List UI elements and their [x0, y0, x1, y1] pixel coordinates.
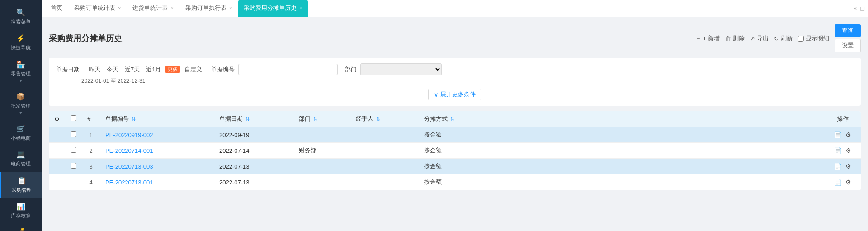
- tab-purchase-order-exec[interactable]: 采购订单执行表 ×: [180, 0, 237, 17]
- expand-btn[interactable]: ∨ 展开更多条件: [428, 89, 481, 100]
- delete-button[interactable]: 🗑 删除: [725, 34, 745, 42]
- sort-dept-icon: ⇅: [313, 116, 317, 122]
- tab-purchase-goods-stats[interactable]: 进货单统计表 ×: [127, 0, 179, 17]
- sidebar-item-shortcut[interactable]: ⚡ 快捷导航: [0, 29, 42, 55]
- row-settings: [49, 159, 65, 174]
- row-checkbox[interactable]: [71, 147, 76, 153]
- show-detail-checkbox[interactable]: [798, 36, 804, 42]
- th-handler[interactable]: 经手人 ⇅: [350, 111, 419, 127]
- edit-icon[interactable]: 📄: [834, 179, 842, 186]
- more-ops-icon[interactable]: ⚙: [845, 179, 851, 186]
- row-checkbox-cell[interactable]: [65, 174, 82, 190]
- tab-purchase-order-stats-label: 采购订单统计表: [74, 4, 115, 12]
- tab-purchase-order-stats[interactable]: 采购订单统计表 ×: [69, 0, 126, 17]
- row-checkbox[interactable]: [71, 163, 76, 169]
- sidebar-item-purchase[interactable]: 📋 采购管理: [0, 172, 42, 198]
- more-ops-icon[interactable]: ⚙: [845, 131, 851, 138]
- date-opt-7days[interactable]: 近7天: [123, 65, 142, 74]
- add-button[interactable]: ＋ + 新增: [695, 34, 720, 42]
- row-handler: [350, 159, 419, 174]
- sidebar-item-retail[interactable]: 🏪 零售管理 ▼: [0, 56, 42, 88]
- row-split-method: 按金额: [419, 127, 825, 143]
- row-ops: 📄 ⚙: [825, 159, 861, 174]
- bill-no-link[interactable]: PE-20220714-001: [105, 147, 153, 154]
- close-window-icon[interactable]: ×: [853, 5, 857, 12]
- row-handler: [350, 174, 419, 190]
- row-ops: 📄 ⚙: [825, 127, 861, 143]
- sidebar-item-ecommerce[interactable]: 💻 电商管理: [0, 146, 42, 171]
- edit-icon[interactable]: 📄: [834, 147, 842, 154]
- th-bill-no[interactable]: 单据编号 ⇅: [100, 111, 214, 127]
- export-button[interactable]: ↗ 导出: [750, 34, 769, 42]
- table-wrap: ⚙ # 单据编号 ⇅ 单据日期 ⇅ 部门 ⇅: [49, 111, 861, 190]
- sidebar-item-inventory[interactable]: 📊 库存核算: [0, 198, 42, 223]
- finance-icon: 💰: [16, 228, 25, 231]
- edit-icon[interactable]: 📄: [834, 163, 842, 170]
- sidebar-item-label: 小畅电商: [11, 135, 31, 141]
- date-label: 单据日期: [56, 66, 80, 74]
- sort-bill-no-icon: ⇅: [132, 116, 136, 122]
- sidebar-item-search[interactable]: 🔍 搜索菜单: [0, 4, 42, 29]
- settings-button[interactable]: 设置: [835, 39, 861, 52]
- tab-purchase-order-stats-close[interactable]: ×: [118, 5, 121, 11]
- row-bill-no[interactable]: PE-20220713-001: [100, 174, 214, 190]
- row-bill-no[interactable]: PE-20220919-002: [100, 127, 214, 143]
- row-checkbox[interactable]: [71, 131, 76, 137]
- select-all-checkbox[interactable]: [71, 115, 76, 121]
- tab-purchase-order-exec-close[interactable]: ×: [229, 5, 232, 11]
- sidebar-item-wholesale[interactable]: 📦 批发管理 ▼: [0, 88, 42, 120]
- row-dept: [293, 159, 350, 174]
- dept-label: 部门: [345, 66, 357, 74]
- row-split-method: 按金额: [419, 174, 825, 190]
- export-icon: ↗: [750, 35, 755, 42]
- row-checkbox-cell[interactable]: [65, 159, 82, 174]
- table-row: 2 PE-20220714-001 2022-07-14 财务部 按金额 📄 ⚙: [49, 143, 861, 159]
- page-header: 采购费用分摊单历史 ＋ + 新增 🗑 删除 ↗ 导出 ↻ 刷新: [49, 24, 861, 52]
- tab-home[interactable]: 首页: [45, 0, 68, 17]
- tab-purchase-goods-stats-close[interactable]: ×: [170, 5, 173, 11]
- th-settings[interactable]: ⚙: [49, 111, 65, 127]
- show-detail-button[interactable]: 显示明细: [798, 34, 829, 42]
- tab-purchase-cost-history-close[interactable]: ×: [299, 5, 302, 11]
- row-bill-no[interactable]: PE-20220714-001: [100, 143, 214, 159]
- more-ops-icon[interactable]: ⚙: [845, 163, 851, 170]
- th-bill-date[interactable]: 单据日期 ⇅: [214, 111, 293, 127]
- ecommerce-small-icon: 🛒: [16, 124, 25, 133]
- row-ops: 📄 ⚙: [825, 174, 861, 190]
- row-dept: [293, 174, 350, 190]
- bill-no-link[interactable]: PE-20220713-003: [105, 163, 153, 170]
- date-opt-yesterday[interactable]: 昨天: [87, 65, 102, 74]
- more-ops-icon[interactable]: ⚙: [845, 147, 851, 154]
- sidebar-item-finance[interactable]: 💰 资金管理: [0, 223, 42, 231]
- dept-select[interactable]: [360, 63, 442, 75]
- th-dept[interactable]: 部门 ⇅: [293, 111, 350, 127]
- row-checkbox-cell[interactable]: [65, 143, 82, 159]
- maximize-window-icon[interactable]: □: [861, 5, 864, 12]
- refresh-button[interactable]: ↻ 刷新: [774, 34, 793, 42]
- th-split-method[interactable]: 分摊方式 ⇅: [419, 111, 825, 127]
- date-opt-more[interactable]: 更多: [165, 66, 180, 73]
- refresh-icon: ↻: [774, 35, 779, 42]
- date-opt-today[interactable]: 今天: [105, 65, 120, 74]
- th-checkbox[interactable]: [65, 111, 82, 127]
- retail-icon: 🏪: [16, 60, 25, 69]
- filter-row: 单据日期 昨天 今天 近7天 近1月 更多 自定义 单据编号 部门: [56, 63, 854, 75]
- inventory-icon: 📊: [16, 202, 25, 211]
- bill-no-input[interactable]: [238, 64, 338, 75]
- tab-bar: 首页 采购订单统计表 × 进货单统计表 × 采购订单执行表 × 采购费用分摊单历…: [42, 0, 868, 17]
- row-checkbox-cell[interactable]: [65, 127, 82, 143]
- row-bill-no[interactable]: PE-20220713-003: [100, 159, 214, 174]
- bill-no-link[interactable]: PE-20220713-001: [105, 179, 153, 186]
- row-checkbox[interactable]: [71, 179, 76, 184]
- date-opt-custom[interactable]: 自定义: [183, 65, 204, 74]
- tab-purchase-cost-history[interactable]: 采购费用分摊单历史 ×: [238, 0, 307, 17]
- bill-no-link[interactable]: PE-20220919-002: [105, 132, 153, 138]
- delete-icon: 🗑: [725, 35, 731, 42]
- date-opt-1month[interactable]: 近1月: [144, 65, 163, 74]
- sidebar-item-label: 库存核算: [11, 212, 31, 219]
- edit-icon[interactable]: 📄: [834, 131, 842, 138]
- sidebar-item-ecommerce-small[interactable]: 🛒 小畅电商: [0, 120, 42, 146]
- query-button[interactable]: 查询: [835, 24, 861, 37]
- sidebar-item-label: 搜索菜单: [11, 19, 31, 25]
- filter-area: 单据日期 昨天 今天 近7天 近1月 更多 自定义 单据编号 部门: [49, 58, 861, 106]
